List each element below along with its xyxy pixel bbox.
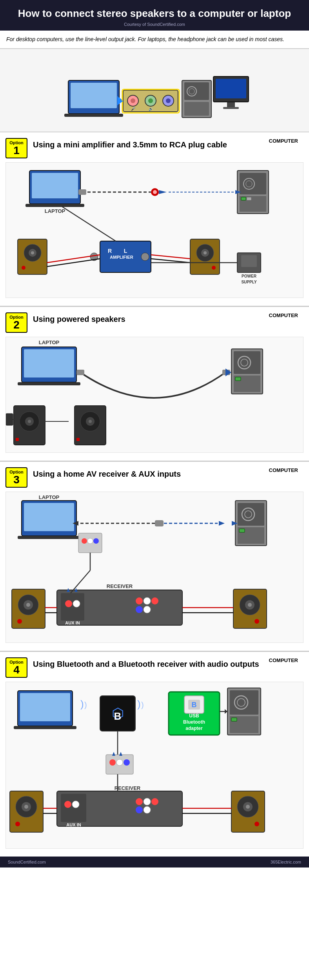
svg-text:B: B: [192, 701, 197, 709]
svg-point-193: [15, 822, 20, 826]
option-2-section: Option 2 Using powered speakers COMPUTER…: [0, 307, 309, 462]
svg-rect-160: [231, 718, 237, 721]
svg-rect-180: [61, 794, 86, 822]
svg-point-57: [212, 266, 216, 270]
page-header: How to connect stereo speakers to a comp…: [0, 0, 309, 31]
option-1-section: Option 1 Using a mini amplifier and 3.5m…: [0, 132, 309, 307]
svg-rect-2: [64, 114, 123, 117]
svg-rect-85: [16, 438, 19, 441]
option-2-svg: LAPTOP: [6, 337, 304, 451]
svg-point-84: [28, 420, 31, 423]
svg-marker-176: [119, 752, 122, 756]
svg-line-61: [151, 259, 190, 263]
svg-text:LAPTOP: LAPTOP: [45, 208, 65, 214]
svg-point-107: [93, 538, 99, 544]
svg-point-172: [109, 759, 116, 766]
svg-text:AMPLIFIER: AMPLIFIER: [110, 255, 133, 260]
svg-text:USB: USB: [189, 713, 199, 719]
option-2-diagram: LAPTOP: [5, 337, 304, 453]
svg-point-135: [17, 619, 22, 624]
option-4-badge: Option 4: [5, 657, 27, 678]
svg-rect-25: [32, 173, 78, 198]
svg-text:🔊: 🔊: [149, 107, 153, 111]
svg-point-121: [65, 600, 72, 607]
svg-point-124: [144, 597, 151, 604]
svg-text:AUX IN: AUX IN: [66, 822, 81, 827]
svg-line-59: [47, 259, 100, 267]
svg-rect-98: [18, 536, 80, 539]
svg-text:RECEIVER: RECEIVER: [107, 583, 133, 589]
footer-right: 365Electric.com: [271, 860, 301, 864]
svg-text:POWER: POWER: [242, 274, 257, 278]
svg-rect-147: [14, 726, 76, 729]
svg-point-126: [136, 606, 143, 613]
svg-point-174: [124, 759, 130, 766]
svg-line-62: [61, 206, 116, 241]
svg-point-56: [204, 251, 207, 254]
svg-rect-71: [18, 382, 80, 385]
svg-rect-17: [184, 102, 209, 116]
page-footer: SoundCertified.com 365Electric.com: [0, 857, 309, 867]
option-3-svg: LAPTOP: [6, 492, 304, 641]
svg-text:): ): [84, 701, 87, 709]
option-3-title: Using a home AV receiver & AUX inputs: [33, 467, 181, 479]
svg-text:LAPTOP: LAPTOP: [39, 494, 60, 500]
option-4-section: Option 4 Using Bluetooth and a Bluetooth…: [0, 652, 309, 857]
svg-point-142: [254, 619, 259, 624]
option-3-section: Option 3 Using a home AV receiver & AUX …: [0, 462, 309, 652]
svg-point-186: [151, 798, 158, 805]
svg-point-11: [166, 98, 171, 103]
option-2-title: Using powered speakers: [33, 312, 125, 324]
svg-rect-19: [216, 79, 246, 98]
svg-line-60: [151, 255, 190, 259]
option-4-svg: ) ) ⬡ B ) ) USB Bluetooth adapter: [6, 682, 304, 847]
option-1-computer-label: COMPUTER: [269, 138, 304, 144]
svg-text:L: L: [124, 248, 127, 254]
svg-rect-26: [25, 204, 84, 207]
svg-point-192: [24, 805, 28, 809]
svg-rect-146: [20, 693, 70, 721]
svg-point-5: [131, 98, 135, 103]
svg-rect-29: [78, 189, 86, 195]
svg-marker-175: [112, 752, 115, 756]
svg-text:B: B: [114, 710, 122, 722]
svg-rect-92: [6, 414, 13, 425]
svg-rect-91: [76, 438, 80, 441]
svg-text:LAPTOP: LAPTOP: [39, 339, 60, 345]
option-2-badge: Option 2: [5, 312, 27, 333]
footer-left: SoundCertified.com: [8, 860, 46, 864]
option-1-title: Using a mini amplifier and 3.5mm to RCA …: [33, 138, 227, 150]
svg-rect-39: [247, 197, 251, 200]
svg-rect-102: [155, 520, 164, 526]
svg-marker-32: [159, 190, 167, 194]
option-1-badge: Option 1: [5, 138, 27, 158]
svg-point-46: [141, 253, 149, 261]
svg-point-183: [72, 801, 79, 808]
top-diagram: 🎤 🔊: [0, 49, 309, 132]
svg-point-134: [26, 603, 30, 607]
svg-text:AUX IN: AUX IN: [65, 621, 80, 625]
svg-point-106: [87, 538, 93, 544]
svg-point-184: [136, 798, 143, 805]
svg-rect-97: [24, 503, 74, 531]
svg-point-173: [116, 759, 123, 766]
option-1-svg: LAPTOP AMPLIFIER: [6, 163, 304, 296]
intro-text: For desktop computers, use the line-leve…: [0, 31, 309, 49]
svg-text:🎤: 🎤: [131, 107, 136, 111]
option-2-computer-label: COMPUTER: [269, 312, 304, 318]
option-4-computer-label: COMPUTER: [269, 657, 304, 663]
svg-rect-114: [239, 529, 245, 532]
top-diagram-svg: 🎤 🔊: [56, 57, 253, 123]
option-3-computer-label: COMPUTER: [269, 467, 304, 473]
svg-point-52: [22, 266, 25, 270]
svg-rect-1: [71, 83, 117, 108]
svg-text:RECEIVER: RECEIVER: [115, 785, 141, 791]
svg-point-122: [73, 600, 80, 607]
svg-point-182: [64, 801, 71, 808]
svg-text:SUPPLY: SUPPLY: [241, 280, 256, 284]
svg-point-90: [89, 420, 92, 423]
svg-point-123: [136, 597, 143, 604]
svg-point-200: [254, 822, 259, 826]
option-4-title: Using Bluetooth and a Bluetooth receiver…: [33, 657, 259, 669]
svg-rect-38: [241, 197, 246, 200]
